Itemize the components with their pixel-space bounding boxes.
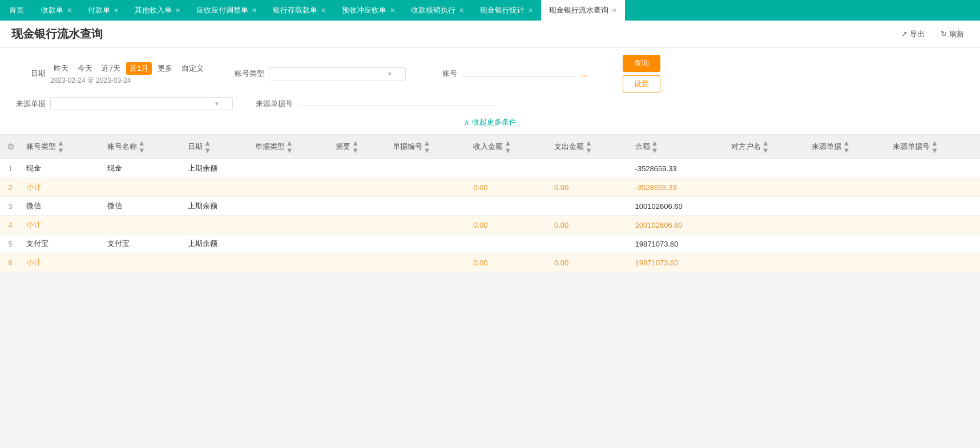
cell-expense	[549, 197, 630, 216]
data-table: ⚙账号类型▲▼账号名称▲▼日期▲▼单据类型▲▼摘要▲▼单据编号▲▼收入金额▲▼支…	[0, 135, 980, 272]
column-header-expense[interactable]: 支出金额▲▼	[549, 135, 630, 159]
nav-tab-现金银行流水查询[interactable]: 现金银行流水查询✕	[541, 0, 625, 21]
nav-tab-银行存取款单[interactable]: 银行存取款单✕	[265, 0, 334, 21]
sort-icon-source_doc: ▲▼	[842, 139, 850, 154]
account-type-section: 账号类型 ▾	[230, 67, 406, 80]
cell-account_type: 小计	[21, 178, 102, 197]
date-filter-section: 日期 昨天今天近7天近1月更多自定义 2023-02-24 至 2023-03-…	[11, 62, 207, 86]
column-header-source_doc_no[interactable]: 来源单据号▲▼	[887, 135, 980, 159]
close-icon[interactable]: ✕	[252, 7, 257, 14]
column-header-source_doc[interactable]: 来源单据▲▼	[806, 135, 887, 159]
close-icon[interactable]: ✕	[459, 7, 464, 14]
nav-tab-收款核销执行[interactable]: 收款核销执行✕	[403, 0, 472, 21]
source-doc-no-label: 来源单据号	[256, 99, 293, 109]
cell-account_type: 现金	[21, 159, 102, 178]
close-icon[interactable]: ✕	[67, 7, 72, 14]
column-header-account_name[interactable]: 账号名称▲▼	[102, 135, 183, 159]
cell-summary	[330, 235, 386, 253]
cell-balance: 100102606.60	[630, 216, 725, 235]
cell-counterpart	[725, 159, 806, 178]
gear-icon[interactable]: ⚙	[7, 142, 14, 151]
cell-account_name	[102, 253, 183, 272]
cell-source_doc	[806, 178, 887, 197]
column-header-account_type[interactable]: 账号类型▲▼	[21, 135, 102, 159]
close-icon[interactable]: ✕	[390, 7, 395, 14]
nav-home[interactable]: 首页	[0, 0, 33, 21]
close-icon[interactable]: ✕	[528, 7, 533, 14]
cell-source_doc	[806, 197, 887, 216]
cell-income: 0.00	[467, 178, 549, 197]
date-option-自定义[interactable]: 自定义	[178, 62, 207, 75]
cell-balance: -3528659.33	[630, 178, 725, 197]
table-row: 5支付宝支付宝上期余额19871073.60	[0, 235, 980, 253]
sort-icon-source_doc_no: ▲▼	[931, 139, 938, 154]
cell-doc_type	[249, 178, 330, 197]
cell-source_doc	[806, 253, 887, 272]
query-button[interactable]: 查询	[623, 55, 660, 72]
nav-tab-收款单[interactable]: 收款单✕	[33, 0, 80, 21]
cell-balance: 100102606.60	[630, 197, 725, 216]
filter-area: 日期 昨天今天近7天近1月更多自定义 2023-02-24 至 2023-03-…	[0, 48, 980, 135]
cell-source_doc_no	[887, 253, 980, 272]
set-button[interactable]: 设置	[623, 75, 660, 92]
column-header-income[interactable]: 收入金额▲▼	[467, 135, 549, 159]
date-option-今天[interactable]: 今天	[74, 62, 96, 75]
cell-account_type: 微信	[21, 197, 102, 216]
cell-doc_type	[249, 235, 330, 253]
source-doc-section: 来源单据 ▾	[11, 97, 233, 110]
cell-source_doc_no	[887, 216, 980, 235]
close-icon[interactable]: ✕	[175, 7, 180, 14]
source-doc-select[interactable]: ▾	[50, 97, 233, 110]
refresh-button[interactable]: ↻ 刷新	[936, 27, 969, 42]
cell-balance: 19871073.60	[630, 253, 725, 272]
date-option-昨天[interactable]: 昨天	[50, 62, 72, 75]
cell-expense	[549, 235, 630, 253]
cell-date: 上期余额	[182, 235, 249, 253]
cell-source_doc_no	[887, 159, 980, 178]
nav-tab-应收应付调整单[interactable]: 应收应付调整单✕	[188, 0, 265, 21]
date-option-近7天[interactable]: 近7天	[98, 62, 124, 75]
cell-account_type: 小计	[21, 253, 102, 272]
source-doc-no-input[interactable]	[297, 101, 497, 106]
column-header-doc_no[interactable]: 单据编号▲▼	[387, 135, 468, 159]
collapse-bar[interactable]: ∧ 收起更多条件	[11, 115, 969, 130]
column-header-doc_type[interactable]: 单据类型▲▼	[249, 135, 330, 159]
export-button[interactable]: ↗ 导出	[897, 27, 929, 42]
cell-doc_no	[387, 235, 468, 253]
cell-doc_type	[249, 216, 330, 235]
sort-icon-account_name: ▲▼	[138, 139, 146, 154]
close-icon[interactable]: ✕	[321, 7, 326, 14]
account-input[interactable]	[462, 71, 576, 76]
cell-counterpart	[725, 235, 806, 253]
close-icon[interactable]: ✕	[612, 7, 617, 14]
refresh-icon: ↻	[941, 30, 947, 38]
date-options-group: 昨天今天近7天近1月更多自定义 2023-02-24 至 2023-03-24	[50, 62, 207, 86]
nav-tab-预收冲应收单[interactable]: 预收冲应收单✕	[334, 0, 403, 21]
nav-tab-其他收入单[interactable]: 其他收入单✕	[127, 0, 188, 21]
column-header-date[interactable]: 日期▲▼	[182, 135, 249, 159]
nav-tab-现金银行统计[interactable]: 现金银行统计✕	[472, 0, 541, 21]
column-header-summary[interactable]: 摘要▲▼	[330, 135, 386, 159]
table-row: 4小计0.000.00100102606.60	[0, 216, 980, 235]
cell-num: 3	[0, 197, 21, 216]
column-header-counterpart[interactable]: 对方户名▲▼	[725, 135, 806, 159]
table-header: ⚙账号类型▲▼账号名称▲▼日期▲▼单据类型▲▼摘要▲▼单据编号▲▼收入金额▲▼支…	[0, 135, 980, 159]
account-type-select[interactable]: ▾	[269, 67, 406, 80]
close-icon[interactable]: ✕	[114, 7, 119, 14]
cell-account_type: 支付宝	[21, 235, 102, 253]
date-option-更多[interactable]: 更多	[154, 62, 176, 75]
sort-icon-summary: ▲▼	[352, 139, 359, 154]
column-header-balance[interactable]: 余额▲▼	[630, 135, 725, 159]
account-ellipsis-button[interactable]: ...	[580, 68, 588, 79]
header-actions: ↗ 导出 ↻ 刷新	[897, 27, 969, 42]
cell-num: 4	[0, 216, 21, 235]
account-type-label: 账号类型	[230, 68, 264, 79]
cell-income	[467, 235, 549, 253]
page-title: 现金银行流水查询	[11, 26, 103, 42]
date-option-近1月[interactable]: 近1月	[126, 62, 152, 75]
sort-icon-doc_type: ▲▼	[286, 139, 293, 154]
cell-balance: -3528659.33	[630, 159, 725, 178]
date-options: 昨天今天近7天近1月更多自定义	[50, 62, 207, 75]
cell-counterpart	[725, 197, 806, 216]
nav-tab-付款单[interactable]: 付款单✕	[80, 0, 127, 21]
